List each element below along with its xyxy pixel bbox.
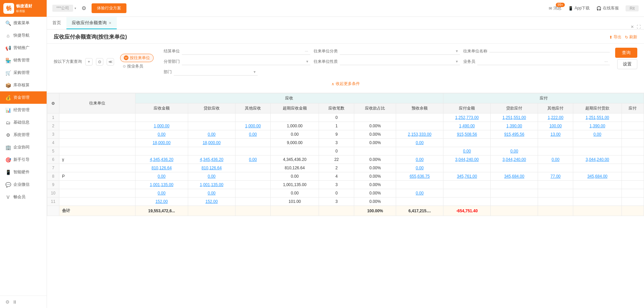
row-ar-other[interactable] [235,172,270,181]
row-ar-amount[interactable] [135,114,188,122]
topbar-settings-icon[interactable]: ⚙ [80,4,88,13]
filter-add-btn[interactable]: + [85,58,93,65]
user-name[interactable]: Rit [626,5,639,11]
tab-home[interactable]: 首页 [47,17,66,29]
sidebar-item-finance[interactable]: 💰 资金管理 [0,91,47,104]
row-ar-prepay[interactable] [396,114,443,122]
promo-button[interactable]: 体验行业方案 [92,3,126,13]
dept-input[interactable]: ▾ [174,69,258,76]
filter-collapse-more[interactable]: ∧ 收起更多条件 [54,79,637,89]
row-ar-loan[interactable] [188,122,235,130]
row-ap-other[interactable] [538,189,573,197]
row-ar-amount[interactable]: 810,126.64 [135,164,188,172]
name-input[interactable] [489,50,610,52]
filter-by-salesperson[interactable]: ⊙ 按业务员 [120,63,154,70]
row-ar-amount[interactable]: 0.00 [135,130,188,139]
sidebar-item-corp[interactable]: 🏢 企业协同 [0,141,47,153]
row-ap-amount[interactable]: 345,761.00 [443,172,491,181]
row-ar-other[interactable]: 0.00 [235,130,270,139]
row-ar-prepay[interactable]: 0.00 [396,156,443,164]
sidebar-item-search[interactable]: 🔍 搜索菜单 [0,17,47,29]
row-ap-loan[interactable] [491,197,538,206]
tab-close-icon[interactable]: ✕ [109,21,111,25]
row-ar-other[interactable]: 1,000.00 [235,122,270,130]
sidebar-item-marketing[interactable]: 📢 营销推广 [0,42,47,54]
row-ap-overdue[interactable]: 345,684.00 [573,172,622,181]
row-ar-prepay[interactable] [396,122,443,130]
row-ap-amount[interactable] [443,139,491,147]
table-settings-header[interactable]: ⚙ [47,93,59,114]
row-ap-amount[interactable]: 0.00 [443,147,491,156]
breadcrumb-chevron[interactable]: ▾ [74,6,76,10]
setting-button[interactable]: 设置 [617,59,637,69]
row-ap-overdue[interactable]: 0.00 [573,130,622,139]
row-ap-loan[interactable]: 3,044,240.00 [491,156,538,164]
export-button[interactable]: ⬆ 导出 [609,34,622,40]
sidebar-item-inventory[interactable]: 📦 库存核算 [0,79,47,91]
row-ar-amount[interactable]: 152.00 [135,197,188,206]
row-ar-amount[interactable]: 18,000.00 [135,139,188,147]
row-ap-other[interactable] [538,139,573,147]
row-ar-prepay[interactable] [396,147,443,156]
row-ap-amount[interactable]: 3,044,240.00 [443,156,491,164]
row-ar-amount[interactable]: 4,345,436.20 [135,156,188,164]
row-ar-prepay[interactable]: 0.00 [396,139,443,147]
row-ap-other[interactable]: 1,222.00 [538,114,573,122]
sidebar-item-operation[interactable]: 📊 经营管理 [0,104,47,116]
row-ar-prepay[interactable] [396,197,443,206]
row-ap-amount[interactable]: 1,490.00 [443,122,491,130]
row-ar-loan[interactable] [188,147,235,156]
row-ar-loan[interactable]: 18,000.00 [188,139,235,147]
refresh-button[interactable]: ↻ 刷新 [625,34,637,40]
row-ap-loan[interactable] [491,139,538,147]
row-ap-other[interactable]: 77.00 [538,172,573,181]
sidebar-item-hardware[interactable]: 📱 智能硬件 [0,166,47,178]
row-ar-other[interactable] [235,164,270,172]
row-ap-amount[interactable]: 1,252,773.00 [443,114,491,122]
row-ar-prepay[interactable]: 0.00 [396,189,443,197]
query-button[interactable]: 查询 [615,48,637,58]
row-ap-other[interactable] [538,197,573,206]
settlement-input[interactable]: ··· [182,48,310,55]
row-ar-amount[interactable]: 0.00 [135,189,188,197]
row-ap-loan[interactable]: 1,251,551.00 [491,114,538,122]
collapse-icon[interactable]: ⏸ [12,299,17,305]
tab-query[interactable]: 应收应付余额查询 ✕ [66,17,117,29]
row-ap-amount[interactable] [443,189,491,197]
window-close-icon[interactable]: ✕ [631,25,634,29]
row-ar-amount[interactable]: 1,000.00 [135,122,188,130]
dept-manage-input[interactable]: ▾ [182,58,310,65]
row-ar-other[interactable] [235,197,270,206]
table-settings-icon[interactable]: ⚙ [51,101,55,106]
row-ar-loan[interactable]: 0.00 [188,172,235,181]
row-ap-loan[interactable]: 915,495.56 [491,130,538,139]
row-ap-overdue[interactable]: 3,044,240.00 [573,156,622,164]
sidebar-item-system[interactable]: ⚙ 系统管理 [0,129,47,141]
row-ar-other[interactable] [235,139,270,147]
row-ap-amount[interactable] [443,164,491,172]
row-ap-other[interactable]: 13.00 [538,130,573,139]
row-ap-amount[interactable]: 915,508.56 [443,130,491,139]
settings-icon[interactable]: ⚙ [5,299,10,305]
row-ar-loan[interactable]: 810,126.64 [188,164,235,172]
row-ap-overdue[interactable] [573,139,622,147]
category-input[interactable]: ▾ [340,48,460,55]
row-ap-other[interactable]: 0.00 [538,156,573,164]
row-ar-prepay[interactable]: 2,153,333.00 [396,130,443,139]
sidebar-item-base[interactable]: 🗂 基础信息 [0,116,47,129]
footer-ar-amount[interactable]: 19,553,472,6... [135,206,188,216]
row-ar-other[interactable] [235,114,270,122]
filter-config-btn[interactable]: ⊙ [96,58,103,65]
row-ar-loan[interactable]: 0.00 [188,189,235,197]
row-ap-overdue[interactable] [573,147,622,156]
message-badge[interactable]: ✉ 消息 99+ [549,5,561,11]
sidebar-item-sales[interactable]: 🏪 销售管理 [0,54,47,67]
row-ar-loan[interactable]: 1,001,135.00 [188,181,235,189]
row-ap-overdue[interactable]: 1,251,551.00 [573,114,622,122]
row-ap-overdue[interactable] [573,189,622,197]
row-ar-prepay[interactable]: 655,636.75 [396,172,443,181]
row-ap-overdue[interactable] [573,164,622,172]
row-ar-loan[interactable] [188,114,235,122]
row-ar-other[interactable] [235,189,270,197]
row-ap-other[interactable] [538,181,573,189]
